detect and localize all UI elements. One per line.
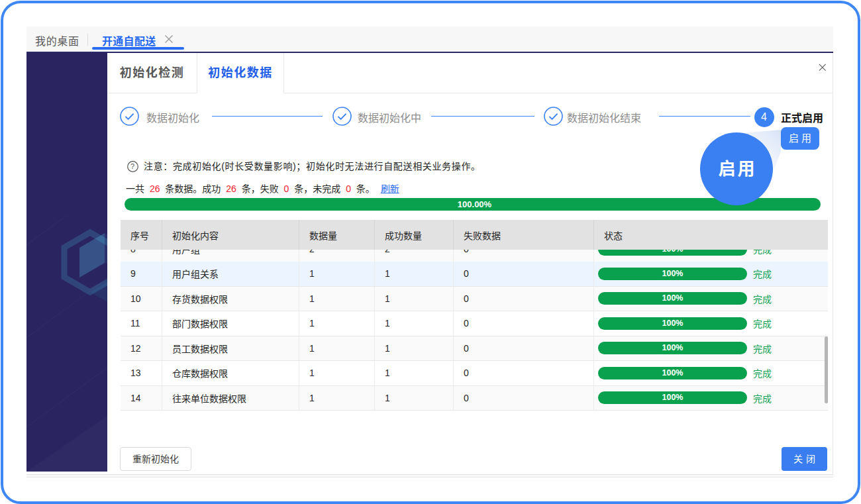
svg-text:?: ? [130, 162, 135, 170]
